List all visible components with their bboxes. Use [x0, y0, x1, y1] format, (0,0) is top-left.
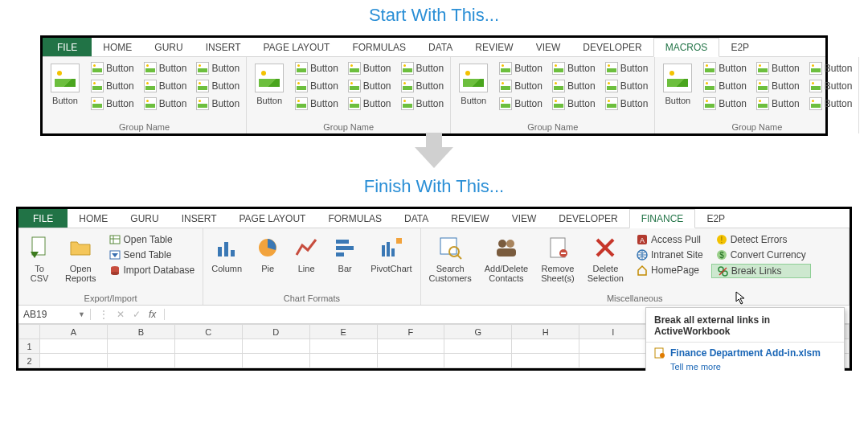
- delete-selection-button[interactable]: DeleteSelection: [583, 232, 628, 283]
- cell[interactable]: [309, 339, 377, 354]
- generic-small-button[interactable]: Button: [496, 96, 546, 112]
- tab-data[interactable]: DATA: [393, 209, 440, 228]
- generic-small-button[interactable]: Button: [398, 96, 448, 112]
- tab-formulas[interactable]: FORMULAS: [317, 209, 393, 228]
- row-header[interactable]: 1: [19, 339, 40, 354]
- column-header[interactable]: F: [377, 325, 444, 339]
- column-header[interactable]: C: [174, 325, 242, 339]
- column-header[interactable]: G: [444, 325, 512, 339]
- generic-small-button[interactable]: Button: [549, 96, 599, 112]
- cell[interactable]: [242, 339, 309, 354]
- generic-small-button[interactable]: Button: [602, 96, 652, 112]
- column-chart-button[interactable]: Column: [207, 232, 247, 283]
- cell[interactable]: [174, 339, 242, 354]
- cell[interactable]: [512, 354, 579, 368]
- generic-small-button[interactable]: Button: [193, 78, 243, 94]
- generic-small-button[interactable]: Button: [345, 60, 395, 76]
- cell[interactable]: [444, 354, 512, 368]
- generic-small-button[interactable]: Button: [88, 78, 137, 94]
- tooltip-source-link[interactable]: Finance Department Add-in.xlsm: [654, 347, 836, 359]
- generic-small-button[interactable]: Button: [549, 60, 599, 76]
- tab-file[interactable]: FILE: [18, 209, 68, 228]
- tab-view[interactable]: VIEW: [525, 38, 572, 56]
- generic-small-button[interactable]: Button: [806, 96, 856, 112]
- generic-big-button[interactable]: Button: [658, 60, 697, 115]
- tab-guru[interactable]: GURU: [143, 38, 194, 56]
- tab-developer[interactable]: DEVELOPER: [547, 209, 628, 228]
- generic-small-button[interactable]: Button: [292, 60, 342, 76]
- tab-page-layout[interactable]: PAGE LAYOUT: [227, 209, 317, 228]
- tab-e2p[interactable]: E2P: [695, 209, 736, 228]
- tab-e2p[interactable]: E2P: [719, 38, 760, 56]
- generic-small-button[interactable]: Button: [753, 60, 803, 76]
- chevron-down-icon[interactable]: ▼: [78, 310, 85, 318]
- cell[interactable]: [512, 339, 579, 354]
- tab-review[interactable]: REVIEW: [464, 38, 524, 56]
- cell[interactable]: [107, 339, 174, 354]
- line-chart-button[interactable]: Line: [289, 232, 324, 283]
- tab-home[interactable]: HOME: [68, 209, 119, 228]
- tab-home[interactable]: HOME: [92, 38, 143, 56]
- tab-view[interactable]: VIEW: [501, 209, 548, 228]
- column-header[interactable]: B: [107, 325, 174, 339]
- column-header[interactable]: H: [512, 325, 579, 339]
- tab-review[interactable]: REVIEW: [440, 209, 500, 228]
- generic-small-button[interactable]: Button: [806, 78, 856, 94]
- generic-small-button[interactable]: Button: [292, 78, 342, 94]
- tab-file[interactable]: FILE: [43, 38, 92, 56]
- import-database-button[interactable]: Import Database: [104, 264, 200, 277]
- generic-big-button[interactable]: Button: [454, 60, 493, 115]
- generic-small-button[interactable]: Button: [700, 96, 750, 112]
- generic-big-button[interactable]: Button: [250, 60, 289, 115]
- tab-data[interactable]: DATA: [417, 38, 464, 56]
- generic-big-button[interactable]: Button: [46, 60, 84, 115]
- cell[interactable]: [444, 339, 512, 354]
- tab-insert[interactable]: INSERT: [170, 209, 228, 228]
- generic-small-button[interactable]: Button: [345, 96, 395, 112]
- access-pull-button[interactable]: AAccess Pull: [632, 233, 708, 246]
- row-header[interactable]: 2: [19, 354, 40, 368]
- generic-small-button[interactable]: Button: [141, 78, 190, 94]
- generic-small-button[interactable]: Button: [292, 96, 342, 112]
- add-delete-contacts-button[interactable]: Add/DeleteContacts: [480, 232, 533, 283]
- generic-small-button[interactable]: Button: [806, 60, 856, 76]
- generic-small-button[interactable]: Button: [141, 96, 190, 112]
- name-box[interactable]: AB19 ▼: [18, 309, 91, 320]
- generic-small-button[interactable]: Button: [141, 60, 190, 76]
- cell[interactable]: [579, 339, 647, 354]
- tab-formulas[interactable]: FORMULAS: [341, 38, 417, 56]
- cell[interactable]: [579, 354, 647, 368]
- generic-small-button[interactable]: Button: [700, 78, 750, 94]
- to-csv-button[interactable]: ToCSV: [22, 232, 57, 283]
- tab-developer[interactable]: DEVELOPER: [571, 38, 653, 56]
- remove-sheets-button[interactable]: RemoveSheet(s): [536, 232, 579, 283]
- generic-small-button[interactable]: Button: [496, 60, 546, 76]
- intranet-site-button[interactable]: Intranet Site: [632, 248, 708, 261]
- tab-guru[interactable]: GURU: [119, 209, 170, 228]
- generic-small-button[interactable]: Button: [345, 78, 395, 94]
- generic-small-button[interactable]: Button: [602, 78, 652, 94]
- column-header[interactable]: D: [242, 325, 309, 339]
- send-table-button[interactable]: Send Table: [104, 248, 200, 261]
- cell[interactable]: [242, 354, 309, 368]
- accept-icon[interactable]: ✓: [133, 309, 141, 320]
- generic-small-button[interactable]: Button: [753, 78, 803, 94]
- cell[interactable]: [377, 354, 444, 368]
- select-all-cell[interactable]: [19, 325, 40, 339]
- open-reports-button[interactable]: OpenReports: [60, 232, 101, 283]
- generic-small-button[interactable]: Button: [193, 60, 243, 76]
- convert-currency-button[interactable]: $Convert Currency: [711, 248, 811, 261]
- open-table-button[interactable]: Open Table: [104, 233, 200, 246]
- tooltip-tell-me-more[interactable]: Tell me more: [654, 362, 836, 371]
- pivot-chart-button[interactable]: PivotChart: [366, 232, 416, 283]
- detect-errors-button[interactable]: !Detect Errors: [711, 233, 811, 246]
- homepage-button[interactable]: HomePage: [632, 264, 708, 277]
- generic-small-button[interactable]: Button: [88, 96, 137, 112]
- cell[interactable]: [309, 354, 377, 368]
- generic-small-button[interactable]: Button: [602, 60, 652, 76]
- cell[interactable]: [40, 354, 108, 368]
- fx-label[interactable]: fx: [149, 309, 156, 320]
- generic-small-button[interactable]: Button: [88, 60, 137, 76]
- break-links-button[interactable]: Break Links: [711, 264, 811, 278]
- column-header[interactable]: A: [40, 325, 108, 339]
